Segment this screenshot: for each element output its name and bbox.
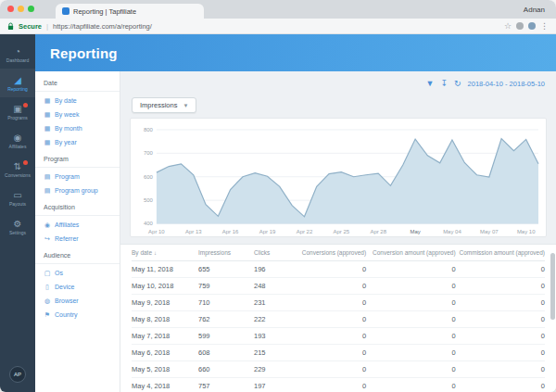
table-cell: 0 [295, 278, 366, 294]
table-cell: May 9, 2018 [132, 295, 198, 310]
table-cell: May 4, 2018 [132, 378, 198, 392]
folder-icon: ▤ [44, 187, 51, 195]
users-icon: ◉ [44, 221, 51, 229]
sidebar-item-dashboard[interactable]: ◔Dashboard [0, 40, 35, 69]
filter-by-week[interactable]: ▦By week [35, 107, 120, 121]
browser-tab-bar: Reporting | Tapfiliate Adnan [0, 0, 556, 19]
minimize-window-button[interactable] [18, 6, 24, 12]
calendar-icon: ▦ [44, 125, 51, 133]
refresh-icon[interactable]: ↻ [454, 80, 461, 88]
filter-program[interactable]: ▤Program [35, 170, 120, 183]
svg-text:Apr 10: Apr 10 [148, 229, 165, 234]
notification-badge [23, 160, 28, 165]
table-row[interactable]: May 11, 2018655196000 [132, 261, 545, 278]
svg-text:May 07: May 07 [480, 229, 499, 234]
table-row[interactable]: May 6, 2018608215000 [132, 345, 545, 361]
padlock-icon [7, 22, 14, 31]
extension-icon[interactable] [528, 22, 536, 30]
chevron-down-icon: ▼ [183, 103, 188, 108]
avatar[interactable]: AP [9, 366, 26, 383]
filter-country[interactable]: ⚑Country [35, 308, 120, 322]
svg-text:500: 500 [144, 197, 154, 203]
table-cell: 0 [295, 261, 366, 277]
filter-label: By year [55, 139, 77, 145]
filter-os[interactable]: ▢Os [35, 266, 120, 280]
table-cell: 0 [295, 378, 366, 392]
svg-text:Apr 28: Apr 28 [370, 229, 386, 234]
table-row[interactable]: May 7, 2018599193000 [132, 328, 545, 345]
device-icon: ▯ [44, 284, 51, 291]
reporting-icon: ◢ [0, 75, 35, 85]
sidebar-item-settings[interactable]: ⚙Settings [0, 212, 35, 241]
metric-dropdown-label: Impressions [140, 101, 177, 109]
sidebar-item-conversions[interactable]: ⇅Conversions [0, 155, 35, 183]
table-cell: 710 [198, 295, 254, 310]
sidebar-item-programs[interactable]: ▣Programs [0, 97, 35, 126]
sidebar-item-reporting[interactable]: ◢Reporting [0, 69, 35, 97]
column-header[interactable]: Conversions (approved) [295, 245, 366, 260]
svg-text:800: 800 [144, 127, 154, 133]
svg-text:400: 400 [144, 221, 154, 226]
bookmark-star-icon[interactable]: ☆ [504, 22, 512, 31]
main-column: Reporting Date▦By date▦By week▦By month▦… [35, 34, 556, 392]
table-row[interactable]: May 5, 2018660229000 [132, 361, 545, 378]
table-cell: 0 [456, 311, 545, 327]
svg-text:Apr 19: Apr 19 [259, 229, 276, 234]
table-cell: May 8, 2018 [132, 311, 198, 327]
sidebar-item-affiliates[interactable]: ◉Affiliates [0, 126, 35, 155]
table-cell: 0 [456, 361, 545, 377]
filter-by-date[interactable]: ▦By date [35, 94, 120, 107]
sidebar-item-payouts[interactable]: ▭Payouts [0, 183, 35, 212]
tab-favicon-icon [62, 7, 70, 15]
url-text: https://tapfiliate.com/a/reporting/ [53, 22, 499, 31]
zoom-window-button[interactable] [28, 6, 34, 12]
column-header[interactable]: Impressions [198, 245, 254, 260]
column-header[interactable]: Commission amount (approved) [456, 245, 545, 260]
browser-profile-name[interactable]: Adnan [524, 6, 545, 14]
close-window-button[interactable] [7, 6, 14, 12]
table-cell: 599 [198, 328, 254, 344]
table-cell: May 6, 2018 [132, 345, 198, 360]
scrollbar-thumb[interactable] [550, 253, 555, 320]
filter-label: Browser [55, 297, 79, 304]
table-cell: 0 [456, 278, 545, 294]
table-cell: 0 [295, 361, 366, 377]
filter-label: By date [55, 97, 77, 104]
table-row[interactable]: May 4, 2018757197000 [132, 378, 545, 392]
svg-text:May: May [410, 229, 420, 234]
table-cell: May 5, 2018 [132, 361, 198, 377]
column-header[interactable]: Clicks [254, 245, 295, 260]
metric-dropdown[interactable]: Impressions ▼ [132, 97, 196, 113]
column-header[interactable]: Conversion amount (approved) [366, 245, 455, 260]
table-cell: 215 [254, 345, 295, 360]
extension-icon[interactable] [516, 22, 524, 30]
calendar-icon: ▦ [44, 111, 51, 119]
browser-tab[interactable]: Reporting | Tapfiliate [56, 4, 204, 19]
filter-device[interactable]: ▯Device [35, 280, 120, 294]
table-cell: 193 [254, 328, 295, 344]
table-row[interactable]: May 9, 2018710231000 [132, 295, 545, 311]
date-range-picker[interactable]: 2018-04-10 - 2018-05-10 [468, 80, 545, 88]
sidebar-item-label: Programs [0, 115, 35, 120]
filter-label: Affiliates [55, 221, 79, 228]
column-header[interactable]: By date↓ [132, 245, 198, 260]
sidebar-item-label: Payouts [0, 201, 35, 207]
address-bar[interactable]: Secure | https://tapfiliate.com/a/report… [0, 19, 556, 34]
filter-program-group[interactable]: ▤Program group [35, 183, 120, 197]
filter-icon[interactable]: ▼ [426, 80, 435, 88]
filter-referrer[interactable]: ↪Referrer [35, 232, 120, 246]
browser-menu-icon[interactable]: ⋮ [540, 22, 549, 31]
page-header: Reporting [35, 34, 556, 71]
filter-by-year[interactable]: ▦By year [35, 135, 120, 149]
download-icon[interactable]: ↧ [441, 80, 449, 88]
table-cell: 0 [366, 295, 455, 310]
table-header-row: By date↓ImpressionsClicksConversions (ap… [132, 245, 545, 261]
filter-by-month[interactable]: ▦By month [35, 121, 120, 135]
filter-browser[interactable]: ◍Browser [35, 294, 120, 308]
filter-affiliates[interactable]: ◉Affiliates [35, 218, 120, 232]
table-row[interactable]: May 10, 2018759248000 [132, 278, 545, 295]
table-cell: 0 [456, 345, 545, 360]
table-cell: 0 [366, 361, 455, 377]
table-row[interactable]: May 8, 2018762222000 [132, 311, 545, 328]
table-cell: 660 [198, 361, 254, 377]
